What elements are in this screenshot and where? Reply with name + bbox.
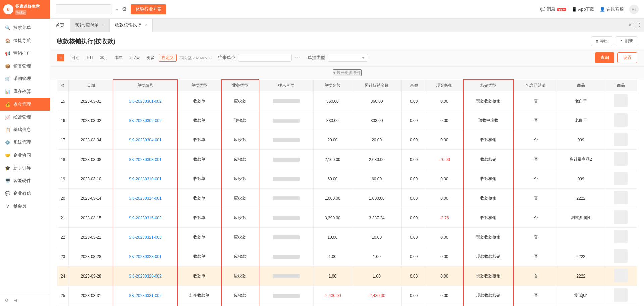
table-row: 22 2023-03-21 SK-20230321-003 收款单 应收款 10… <box>57 228 637 247</box>
user-avatar[interactable]: Rit <box>629 5 639 14</box>
sidebar-item-label-enterprise: 企业协同 <box>13 152 31 158</box>
sidebar-item-label-quick: 快捷导航 <box>13 38 31 44</box>
settings-bottom-icon[interactable]: ⚙ <box>5 298 9 303</box>
page-header-actions: ⬆ 导出 ↻ 刷新 <box>591 36 637 46</box>
filter-date-this-year[interactable]: 本年 <box>112 54 125 62</box>
doc-no-link[interactable]: SK-20230304-001 <box>129 138 161 142</box>
cell-doc-type: 收款单 <box>177 150 221 169</box>
doc-no-link[interactable]: SK-20230302-002 <box>129 118 161 123</box>
cell-discount: 0.00 <box>426 189 463 208</box>
sidebar-item-sales[interactable]: 📦销售管理 <box>0 60 50 72</box>
tab-close-all-icon[interactable]: × <box>628 22 632 29</box>
cell-balance: 0.00 <box>402 150 426 169</box>
sidebar-item-hardware[interactable]: 🖥️智能硬件 <box>0 174 50 187</box>
sidebar-item-label-system: 系统管理 <box>13 139 31 145</box>
doc-no-link[interactable]: SK-20230301-002 <box>129 99 161 104</box>
sidebar-item-operation[interactable]: 📈经营管理 <box>0 111 50 123</box>
doc-no-link[interactable]: SK-20230331-002 <box>129 293 161 298</box>
filter-date-more[interactable]: 更多 <box>144 54 157 62</box>
cell-biz-type: 应收款 <box>221 91 259 111</box>
doc-no-link[interactable]: SK-20230310-001 <box>129 177 161 181</box>
tab-fullscreen-icon[interactable]: ⛶ <box>635 22 640 28</box>
sidebar-item-basic[interactable]: 📋基础信息 <box>0 123 50 136</box>
table-row: 23 2023-03-28 SK-20230328-001 收款单 应收款 1.… <box>57 247 637 266</box>
cell-write-off: 20.00 <box>352 130 402 150</box>
cell-included: 否 <box>514 266 557 286</box>
sidebar-item-purchase[interactable]: 🛒采购管理 <box>0 72 50 85</box>
query-button[interactable]: 查询 <box>595 52 614 63</box>
topbar-gear-icon[interactable]: ⚙ <box>122 6 127 12</box>
sidebar-menu: 🔍搜索菜单🏠快捷导航📢营销推广📦销售管理🛒采购管理📊库存核算💰资金管理📈经营管理… <box>0 19 50 294</box>
filter-date-last-month[interactable]: 上月 <box>83 54 96 62</box>
sidebar-item-enterprise[interactable]: 🤝企业协同 <box>0 149 50 162</box>
filter-date-custom[interactable]: 自定义 <box>159 54 177 62</box>
basic-icon: 📋 <box>5 127 11 133</box>
sidebar-item-member[interactable]: V畅会员 <box>0 200 50 212</box>
filter-partner-label: 往来单位 <box>218 55 235 61</box>
system-icon: ⚙️ <box>5 139 11 145</box>
filter-partner-group: 往来单位 ··· <box>218 54 301 62</box>
table-row: 15 2023-03-01 SK-20230301-002 收款单 应收款 36… <box>57 91 637 111</box>
app-download-link[interactable]: 📱 App下载 <box>572 6 594 12</box>
cell-write-off: 60.00 <box>352 169 402 189</box>
sidebar-item-guide[interactable]: 🎓新手引导 <box>0 162 50 174</box>
tab-payable[interactable]: 预计/应付单 × <box>70 19 110 32</box>
col-settings[interactable]: ⚙ <box>57 80 69 91</box>
cell-doc-type: 收款单 <box>177 111 221 130</box>
tab-collection[interactable]: 收款核销执行 × <box>110 19 152 32</box>
sidebar-item-marketing[interactable]: 📢营销推广 <box>0 47 50 60</box>
table-row: 16 2023-03-02 SK-20230302-002 收款单 预收款 33… <box>57 111 637 130</box>
cell-goods: 多计量商品2 <box>557 150 604 169</box>
sidebar-item-label-sales: 销售管理 <box>13 63 31 69</box>
cell-balance: 0.00 <box>402 111 426 130</box>
col-write-off-type: 核销类型 <box>463 80 514 91</box>
refresh-button[interactable]: ↻ 刷新 <box>616 36 637 46</box>
doc-no-link[interactable]: SK-20230308-001 <box>129 157 161 162</box>
expand-conditions-button[interactable]: ▾ 展开更多条件 <box>333 69 362 76</box>
filter-toggle-button[interactable]: » <box>57 54 64 61</box>
doc-no-link[interactable]: SK-20230328-001 <box>129 254 161 259</box>
online-service-link[interactable]: 👤 在线客服 <box>600 6 624 12</box>
tab-payable-close[interactable]: × <box>102 23 104 27</box>
sidebar-item-label-marketing: 营销推广 <box>13 50 31 56</box>
cell-date: 2023-03-01 <box>69 91 113 111</box>
filter-date-this-month[interactable]: 本月 <box>97 54 111 62</box>
tab-collection-close[interactable]: × <box>145 23 147 27</box>
cell-write-off-type: 收款核销 <box>463 189 514 208</box>
wechat-icon: 💬 <box>5 190 11 196</box>
topbar-search-input[interactable] <box>56 4 112 14</box>
collapse-icon[interactable]: ◀ <box>14 298 17 303</box>
hardware-icon: 🖥️ <box>5 178 11 184</box>
topbar-chevron-icon[interactable]: ▾ <box>116 7 118 12</box>
doc-no-link[interactable]: SK-20230328-002 <box>129 274 161 279</box>
cell-doc-no: SK-20230314-001 <box>113 189 177 208</box>
doc-no-link[interactable]: SK-20230315-002 <box>129 216 161 220</box>
sidebar-item-label-wechat: 企业微信 <box>13 190 31 196</box>
sidebar-item-system[interactable]: ⚙️系统管理 <box>0 136 50 149</box>
tabs-bar: 首页 预计/应付单 × 收款核销执行 × × ⛶ <box>50 19 644 32</box>
doc-no-link[interactable]: SK-20230321-003 <box>129 235 161 240</box>
expand-row: ▾ 展开更多条件 <box>50 67 644 79</box>
filter-doctype-select[interactable] <box>328 54 368 62</box>
cell-write-off: 1,000.00 <box>352 189 402 208</box>
filter-partner-input[interactable] <box>238 54 292 62</box>
sidebar-item-inventory[interactable]: 📊库存核算 <box>0 85 50 98</box>
cell-biz-type: 应收款 <box>221 150 259 169</box>
industry-solution-button[interactable]: 体验行业方案 <box>131 4 166 14</box>
messages-link[interactable]: 💬 消息 99+ <box>540 6 566 12</box>
cell-biz-type: 应收款 <box>221 247 259 266</box>
sidebar-item-wechat[interactable]: 💬企业微信 <box>0 187 50 200</box>
sidebar-item-search[interactable]: 🔍搜索菜单 <box>0 21 50 34</box>
sidebar-item-finance[interactable]: 💰资金管理 <box>0 98 50 111</box>
filter-date-7days[interactable]: 近7天 <box>127 54 143 62</box>
col-write-off: 累计核销金额 <box>352 80 402 91</box>
table-row: 20 2023-03-14 SK-20230314-001 收款单 应收款 1,… <box>57 189 637 208</box>
export-button[interactable]: ⬆ 导出 <box>591 36 612 46</box>
settings-button[interactable]: 设置 <box>617 52 637 63</box>
cell-balance: 0.00 <box>402 169 426 189</box>
doc-no-link[interactable]: SK-20230314-001 <box>129 196 161 201</box>
cell-doc-no: SK-20230308-001 <box>113 150 177 169</box>
cell-no: 20 <box>57 189 69 208</box>
tab-home[interactable]: 首页 <box>50 19 70 32</box>
sidebar-item-quick[interactable]: 🏠快捷导航 <box>0 34 50 47</box>
